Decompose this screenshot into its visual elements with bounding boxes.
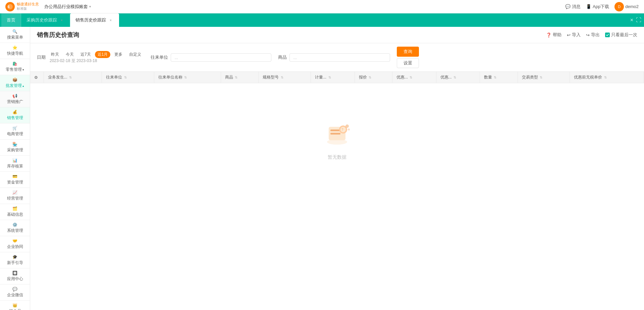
th-trade-type-label: 交易类型 xyxy=(522,75,538,80)
tab-sales-close[interactable]: × xyxy=(108,17,113,23)
th-business-date[interactable]: 业务发生... ⇅ xyxy=(44,72,102,83)
finance-icon: 💳 xyxy=(12,174,17,179)
help-label: 帮助 xyxy=(553,32,561,38)
only-last-label: 只看最后一次 xyxy=(611,32,637,38)
user-area[interactable]: D demo2 xyxy=(614,2,639,11)
svg-rect-5 xyxy=(330,133,340,135)
tab-home[interactable]: 首页 xyxy=(1,13,21,27)
sidebar-item-system[interactable]: ⚙️ 系统管理 xyxy=(0,220,30,236)
download-action[interactable]: 📱 App下载 xyxy=(586,4,609,10)
sidebar-item-guide[interactable]: 🎓 新手引导 xyxy=(0,252,30,268)
sidebar-item-quicknav[interactable]: ⭐ 快捷导航 xyxy=(0,43,30,59)
sidebar-item-base[interactable]: 🗂️ 基础信息 xyxy=(0,204,30,220)
close-all-tabs-button[interactable]: × xyxy=(630,17,633,23)
table-container: ⚙ 业务发生... ⇅ 往来单位 ⇅ 往来单位名称 xyxy=(30,72,644,310)
collab-icon: 🤝 xyxy=(12,239,17,243)
sidebar-item-collab[interactable]: 🤝 企业协同 xyxy=(0,236,30,252)
tab-purchase-history[interactable]: 采购历史价跟踪 × xyxy=(21,13,70,27)
sidebar-wholesale-label: 批发管理 ▴ xyxy=(6,83,24,89)
sales-icon: 💰 xyxy=(12,110,17,114)
sidebar-item-purchase[interactable]: 🏪 采购管理 xyxy=(0,140,30,156)
sort-quantity-icon: ⇅ xyxy=(494,75,496,79)
goods-input[interactable]: ... xyxy=(289,53,390,62)
sort-pretax-price-icon: ⇅ xyxy=(604,75,607,79)
sidebar-item-inventory[interactable]: 📊 库存核算 xyxy=(0,156,30,172)
th-spec[interactable]: 规格型号 ⇅ xyxy=(259,72,311,83)
date-label: 日期 xyxy=(37,54,46,60)
tab-purchase-close[interactable]: × xyxy=(59,17,64,23)
date-pill-1month[interactable]: 近1月 xyxy=(95,51,111,58)
logo-title: 畅捷通好生意 xyxy=(17,2,39,6)
partner-input[interactable]: ... xyxy=(171,53,271,62)
only-last-checkbox-label[interactable]: 只看最后一次 xyxy=(605,32,637,38)
tabbar-actions: × ⛶ xyxy=(630,13,644,27)
date-pill-yesterday[interactable]: 昨天 xyxy=(48,51,62,58)
th-discount2-label: 优惠... xyxy=(440,75,452,80)
nav-icon: ⭐ xyxy=(12,45,17,50)
th-spec-label: 规格型号 xyxy=(263,75,279,80)
column-settings-icon[interactable]: ⚙ xyxy=(34,75,38,80)
table-header-row: ⚙ 业务发生... ⇅ 往来单位 ⇅ 往来单位名称 xyxy=(30,72,644,83)
svg-point-9 xyxy=(345,124,349,128)
search-icon: 🔍 xyxy=(12,29,17,34)
message-icon: 💬 xyxy=(565,4,571,9)
logo-area: 6 畅捷通好生意 标准版 xyxy=(5,2,39,11)
svg-text:6: 6 xyxy=(8,5,10,9)
sidebar-item-business[interactable]: 📈 经营管理 xyxy=(0,188,30,204)
inventory-icon: 📊 xyxy=(12,158,17,163)
ecommerce-icon: 🛒 xyxy=(12,126,17,131)
topbar-right: 💬 消息 📱 App下载 D demo2 xyxy=(565,2,639,11)
sidebar-item-wholesale[interactable]: 📦 批发管理 ▴ xyxy=(0,75,30,91)
import-action[interactable]: ↩ 导入 xyxy=(567,32,581,38)
sidebar-sales-label: 销售管理 xyxy=(7,115,23,121)
goods-label: 商品 xyxy=(278,54,287,60)
th-quote[interactable]: 报价 ⇅ xyxy=(355,72,392,83)
wholesale-arrow-icon: ▴ xyxy=(22,84,24,88)
sidebar-item-ecommerce[interactable]: 🛒 电商管理 xyxy=(0,123,30,140)
sidebar-item-finance[interactable]: 💳 资金管理 xyxy=(0,172,30,188)
date-pill-today[interactable]: 今天 xyxy=(63,51,76,58)
th-discount2[interactable]: 优惠... ⇅ xyxy=(436,72,480,83)
sidebar-item-wechat[interactable]: 💬 企业微信 xyxy=(0,285,30,301)
th-partner-code-label: 往来单位 xyxy=(106,75,122,80)
date-pill-custom[interactable]: 自定义 xyxy=(126,51,144,58)
only-last-checkbox[interactable] xyxy=(605,33,610,37)
sidebar-item-sales[interactable]: 💰 销售管理 xyxy=(0,107,30,123)
settings-button[interactable]: 设置 xyxy=(397,58,419,68)
th-quote-label: 报价 xyxy=(359,75,367,80)
workspace-selector[interactable]: 办公用品行业模拟账套 ▾ xyxy=(42,2,94,11)
th-discount1[interactable]: 优惠... ⇅ xyxy=(392,72,436,83)
help-action[interactable]: ❓ 帮助 xyxy=(546,32,561,38)
chevron-down-icon: ▾ xyxy=(89,5,91,8)
sidebar-item-search[interactable]: 🔍 搜索菜单 xyxy=(0,27,30,43)
tab-sales-history[interactable]: 销售历史价跟踪 × xyxy=(70,13,119,27)
page-actions: ❓ 帮助 ↩ 导入 ↪ 导出 xyxy=(546,32,637,38)
th-partner-code[interactable]: 往来单位 ⇅ xyxy=(102,72,154,83)
empty-state: ? 暂无数据 xyxy=(30,83,644,194)
page-title: 销售历史价查询 xyxy=(37,31,79,39)
query-button[interactable]: 查询 xyxy=(397,47,419,57)
th-partner-name-label: 往来单位名称 xyxy=(158,75,182,80)
date-pill-more[interactable]: 更多 xyxy=(112,51,125,58)
sidebar-app-center-label: 应用中心 xyxy=(7,276,23,282)
th-goods[interactable]: 商品 ⇅ xyxy=(221,72,259,83)
th-trade-type[interactable]: 交易类型 ⇅ xyxy=(518,72,570,83)
sidebar-item-app-center[interactable]: 🔲 应用中心 xyxy=(0,268,30,285)
th-pretax-price[interactable]: 优惠前无税单价 ⇅ xyxy=(570,72,644,83)
expand-window-button[interactable]: ⛶ xyxy=(636,17,641,23)
sidebar-item-marketing[interactable]: 📢 营销推广 xyxy=(0,91,30,107)
svg-text:?: ? xyxy=(341,128,343,132)
app-center-icon: 🔲 xyxy=(12,271,17,275)
date-pill-7days[interactable]: 近7天 xyxy=(78,51,94,58)
th-settings[interactable]: ⚙ xyxy=(30,72,44,83)
sidebar-item-member[interactable]: 👑 畅会员 xyxy=(0,301,30,310)
th-partner-name[interactable]: 往来单位名称 ⇅ xyxy=(154,72,221,83)
message-label: 消息 xyxy=(572,4,581,10)
th-quantity[interactable]: 数量 ⇅ xyxy=(480,72,518,83)
sidebar-item-retail[interactable]: 🛍️ 零售管理 ▾ xyxy=(0,59,30,75)
sidebar-base-label: 基础信息 xyxy=(7,212,23,217)
th-unit[interactable]: 计量... ⇅ xyxy=(311,72,355,83)
message-action[interactable]: 💬 消息 xyxy=(565,4,581,10)
sidebar-collab-label: 企业协同 xyxy=(7,244,23,250)
export-action[interactable]: ↪ 导出 xyxy=(586,32,600,38)
